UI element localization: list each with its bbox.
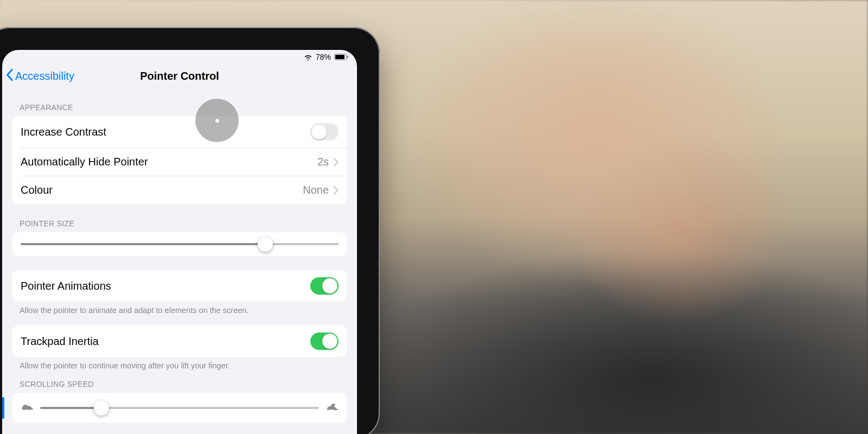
ipad-frame: 78% Accessibility Pointer Control APPEAR… bbox=[0, 27, 380, 434]
row-pointer-size-slider bbox=[12, 232, 347, 256]
switch-increase-contrast[interactable] bbox=[310, 123, 339, 141]
group-trackpad-inertia: Trackpad Inertia bbox=[12, 326, 347, 357]
label-trackpad-inertia: Trackpad Inertia bbox=[21, 335, 310, 348]
hare-icon bbox=[326, 401, 339, 414]
back-button[interactable]: Accessibility bbox=[2, 69, 74, 84]
footer-pointer-animations: Allow the pointer to animate and adapt t… bbox=[12, 302, 347, 317]
chevron-right-icon bbox=[333, 158, 339, 167]
section-header-appearance: APPEARANCE bbox=[12, 88, 347, 116]
switch-pointer-animations[interactable] bbox=[310, 277, 339, 295]
row-pointer-animations[interactable]: Pointer Animations bbox=[12, 270, 347, 302]
group-pointer-animations: Pointer Animations bbox=[12, 270, 347, 302]
group-pointer-size bbox=[12, 232, 347, 256]
slider-thumb[interactable] bbox=[258, 237, 273, 252]
label-colour: Colour bbox=[21, 184, 303, 196]
row-scrolling-speed-slider bbox=[12, 393, 347, 423]
switch-trackpad-inertia[interactable] bbox=[310, 333, 339, 350]
status-bar: 78% bbox=[2, 50, 357, 64]
battery-icon bbox=[334, 54, 348, 60]
back-label: Accessibility bbox=[15, 70, 74, 82]
row-trackpad-inertia[interactable]: Trackpad Inertia bbox=[12, 326, 347, 357]
slider-scrolling-speed[interactable] bbox=[40, 407, 319, 409]
section-header-scrolling-speed: SCROLLING SPEED bbox=[12, 372, 347, 393]
wifi-icon bbox=[304, 54, 312, 60]
sidebar-selection-indicator bbox=[2, 397, 4, 419]
value-colour: None bbox=[303, 184, 329, 196]
slider-pointer-size[interactable] bbox=[21, 243, 339, 245]
battery-percent: 78% bbox=[316, 53, 331, 61]
group-scrolling-speed bbox=[12, 393, 347, 423]
row-colour[interactable]: Colour None bbox=[21, 176, 347, 204]
row-increase-contrast[interactable]: Increase Contrast bbox=[12, 116, 347, 148]
ipad-screen: 78% Accessibility Pointer Control APPEAR… bbox=[2, 50, 357, 434]
chevron-right-icon bbox=[333, 186, 339, 195]
label-auto-hide: Automatically Hide Pointer bbox=[21, 156, 317, 168]
label-pointer-animations: Pointer Animations bbox=[21, 280, 310, 292]
row-auto-hide[interactable]: Automatically Hide Pointer 2s bbox=[21, 148, 347, 176]
pointer-cursor-demo bbox=[195, 99, 239, 142]
chevron-left-icon bbox=[5, 69, 14, 84]
group-appearance: Increase Contrast Automatically Hide Poi… bbox=[12, 116, 347, 204]
settings-content: APPEARANCE Increase Contrast Automatical… bbox=[2, 88, 357, 423]
svg-rect-1 bbox=[335, 55, 344, 59]
nav-bar: Accessibility Pointer Control bbox=[2, 64, 357, 88]
label-increase-contrast: Increase Contrast bbox=[21, 126, 310, 138]
section-header-pointer-size: POINTER SIZE bbox=[12, 204, 347, 232]
slider-thumb[interactable] bbox=[94, 400, 109, 416]
svg-rect-2 bbox=[347, 56, 348, 59]
footer-trackpad-inertia: Allow the pointer to continue moving aft… bbox=[12, 357, 347, 372]
value-auto-hide: 2s bbox=[317, 156, 329, 168]
tortoise-icon bbox=[21, 401, 34, 414]
